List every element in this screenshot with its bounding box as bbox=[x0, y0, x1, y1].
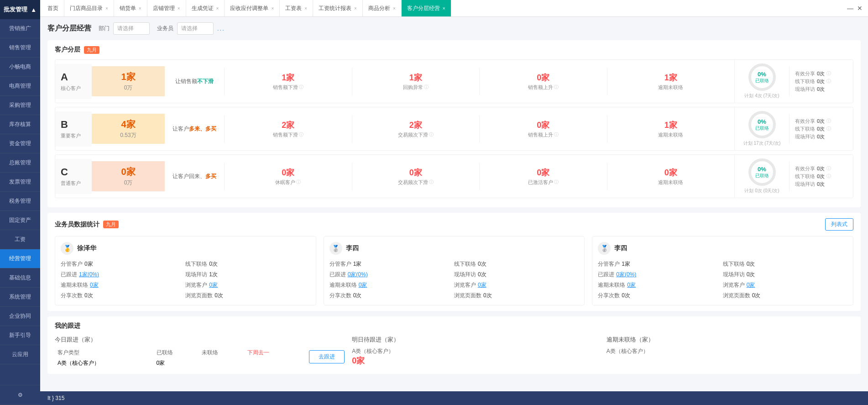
sidebar-item-7[interactable]: 总账管理 bbox=[0, 153, 40, 173]
sidebar-item-10[interactable]: 固定资产 bbox=[0, 211, 40, 230]
info-icon[interactable]: ⓘ bbox=[429, 131, 434, 138]
biz-stat-val-2-4[interactable]: 0家 bbox=[627, 281, 636, 289]
biz-stat-row-2-4: 逾期未联络0家 bbox=[598, 281, 722, 289]
circle-plan-0: 计划 4次 (7天/次) bbox=[738, 93, 785, 99]
info-icon[interactable]: ⓘ bbox=[299, 84, 303, 90]
tab-7[interactable]: 工资统计报表× bbox=[313, 0, 363, 16]
sidebar-item-2[interactable]: 小畅电商 bbox=[0, 58, 40, 77]
biz-stat-val-1-0: 1家 bbox=[353, 260, 362, 268]
tab-8[interactable]: 商品分析× bbox=[363, 0, 402, 16]
biz-stat-val-2-5[interactable]: 0家 bbox=[747, 281, 755, 289]
tab-2[interactable]: 销货单× bbox=[114, 0, 147, 16]
biz-title: 业务员数据统计 bbox=[55, 221, 99, 229]
tab-9[interactable]: 客户分层经营× bbox=[402, 0, 451, 16]
tab-close-4[interactable]: × bbox=[216, 6, 219, 11]
sidebar-item-15[interactable]: 企业协同 bbox=[0, 307, 40, 326]
sidebar-header[interactable]: 批发管理 ▲ bbox=[0, 0, 40, 19]
tab-close-7[interactable]: × bbox=[354, 6, 357, 11]
biz-stat-label-0-0: 分管客户 bbox=[61, 260, 83, 268]
circle-ring-2: 0% 已联络 bbox=[748, 158, 776, 186]
window-close-icon[interactable]: ✕ bbox=[857, 5, 863, 12]
sidebar-item-3[interactable]: 电商管理 bbox=[0, 77, 40, 96]
tab-6[interactable]: 工资表× bbox=[280, 0, 313, 16]
sidebar-item-1[interactable]: 销售管理 bbox=[0, 38, 40, 58]
right-info-icon[interactable]: ⓘ bbox=[826, 165, 831, 172]
stat-num-0-2: 0家 bbox=[481, 72, 605, 83]
right-info-icon[interactable]: ⓘ bbox=[826, 126, 831, 132]
biz-stat-val-0-2[interactable]: 1家(0%) bbox=[79, 271, 99, 279]
sidebar-item-6[interactable]: 资金管理 bbox=[0, 134, 40, 153]
right-info-icon[interactable]: ⓘ bbox=[826, 173, 831, 179]
biz-stat-row-1-3: 现场拜访0次 bbox=[454, 271, 579, 279]
tier-right-stats-0: 有效分享0次ⓘ线下联络0次ⓘ现场拜访0次 bbox=[789, 67, 853, 96]
tab-close-3[interactable]: × bbox=[178, 6, 180, 11]
sidebar-item-16[interactable]: 新手引导 bbox=[0, 326, 40, 345]
tab-close-5[interactable]: × bbox=[271, 6, 274, 11]
tab-close-9[interactable]: × bbox=[443, 6, 445, 11]
sidebar-item-11[interactable]: 工资 bbox=[0, 230, 40, 249]
right-info-icon[interactable]: ⓘ bbox=[826, 78, 831, 84]
tab-5[interactable]: 应收应付调整单× bbox=[225, 0, 280, 16]
info-icon[interactable]: ⓘ bbox=[296, 179, 301, 185]
biz-stat-row-1-6: 分享次数0次 bbox=[329, 292, 454, 300]
right-info-icon[interactable]: ⓘ bbox=[826, 70, 831, 77]
biz-stat-val-0-4[interactable]: 0家 bbox=[90, 281, 99, 289]
stat-label-2-1: 交易频次下滑 ⓘ bbox=[354, 179, 478, 186]
tier-stats-1: 2家销售额下滑 ⓘ2家交易频次下滑 ⓘ0家销售额上升 ⓘ1家逾期未联络 bbox=[224, 115, 734, 143]
info-icon[interactable]: ⓘ bbox=[299, 131, 303, 138]
sidebar-item-8[interactable]: 发票管理 bbox=[0, 173, 40, 192]
right-stat-num-2-1: 0次 bbox=[817, 173, 825, 180]
biz-stat-label-2-5: 浏览客户 bbox=[723, 281, 745, 289]
tier-slogan-highlight-0: 不下滑 bbox=[197, 78, 214, 84]
circle-percent-1: 0% bbox=[758, 118, 766, 125]
tomorrow-a-label: A类（核心客户） bbox=[352, 347, 599, 355]
biz-name-2: 李四 bbox=[614, 244, 627, 252]
tab-close-6[interactable]: × bbox=[304, 6, 307, 11]
right-info-icon[interactable]: ⓘ bbox=[826, 118, 831, 124]
biz-stat-val-1-4[interactable]: 0家 bbox=[359, 281, 367, 289]
biz-stat-val-2-0: 1家 bbox=[622, 260, 630, 268]
tomorrow-a-val: 0家 bbox=[352, 355, 599, 366]
overdue-col: 逾期未联络（家） A类（核心客户） bbox=[607, 336, 853, 355]
list-view-button[interactable]: 列表式 bbox=[825, 218, 853, 231]
info-icon[interactable]: ⓘ bbox=[424, 84, 429, 90]
dept-select[interactable]: 请选择 bbox=[113, 22, 150, 35]
info-icon[interactable]: ⓘ bbox=[554, 84, 559, 90]
tab-3[interactable]: 店铺管理× bbox=[147, 0, 186, 16]
tab-4[interactable]: 生成凭证× bbox=[186, 0, 225, 16]
biz-stat-val-0-5[interactable]: 0家 bbox=[209, 281, 218, 289]
staff-select[interactable]: 请选择 bbox=[177, 22, 214, 35]
dept-filter: 部门 请选择 bbox=[99, 22, 150, 35]
sidebar-collapse-icon[interactable]: ▲ bbox=[31, 6, 37, 13]
sidebar-gear[interactable]: ⚙ bbox=[0, 385, 40, 405]
filter-more[interactable]: ... bbox=[217, 25, 225, 32]
sidebar-item-12[interactable]: 经营管理 bbox=[0, 249, 40, 268]
info-icon[interactable]: ⓘ bbox=[554, 131, 559, 138]
tier-main-2: 0家0万 bbox=[92, 161, 165, 191]
tab-close-8[interactable]: × bbox=[393, 6, 396, 11]
biz-stat-val-1-5[interactable]: 0家 bbox=[478, 281, 486, 289]
sidebar-item-14[interactable]: 系统管理 bbox=[0, 288, 40, 307]
sidebar-item-13[interactable]: 基础信息 bbox=[0, 268, 40, 288]
info-icon[interactable]: ⓘ bbox=[429, 179, 434, 185]
biz-stat-val-2-2[interactable]: 0家(0%) bbox=[616, 271, 636, 279]
tier-slogan-highlight-2: 多买 bbox=[205, 173, 216, 179]
tab-1[interactable]: 门店商品目录× bbox=[64, 0, 114, 16]
tab-close-1[interactable]: × bbox=[105, 6, 108, 11]
tier-stat-0-2: 0家销售额上升 ⓘ bbox=[479, 68, 607, 95]
sidebar-item-9[interactable]: 税务管理 bbox=[0, 192, 40, 211]
window-minimize-icon[interactable]: — bbox=[847, 5, 853, 12]
sidebar-item-5[interactable]: 库存核算 bbox=[0, 115, 40, 134]
tab-0[interactable]: 首页 bbox=[42, 0, 64, 16]
tab-close-2[interactable]: × bbox=[139, 6, 141, 11]
sidebar-item-0[interactable]: 营销推广 bbox=[0, 19, 40, 38]
info-icon[interactable]: ⓘ bbox=[554, 179, 559, 185]
go-follow-button[interactable]: 去跟进 bbox=[309, 350, 345, 363]
biz-stat-val-1-2[interactable]: 0家(0%) bbox=[348, 271, 368, 279]
sidebar-item-4[interactable]: 采购管理 bbox=[0, 96, 40, 115]
sidebar-item-17[interactable]: 云应用 bbox=[0, 345, 40, 364]
biz-stat-label-1-5: 浏览客户 bbox=[454, 281, 476, 289]
tab-label-4: 生成凭证 bbox=[192, 5, 214, 12]
overdue-a-label: A类（核心客户） bbox=[607, 347, 853, 355]
biz-stat-label-1-1: 线下联络 bbox=[454, 260, 476, 268]
